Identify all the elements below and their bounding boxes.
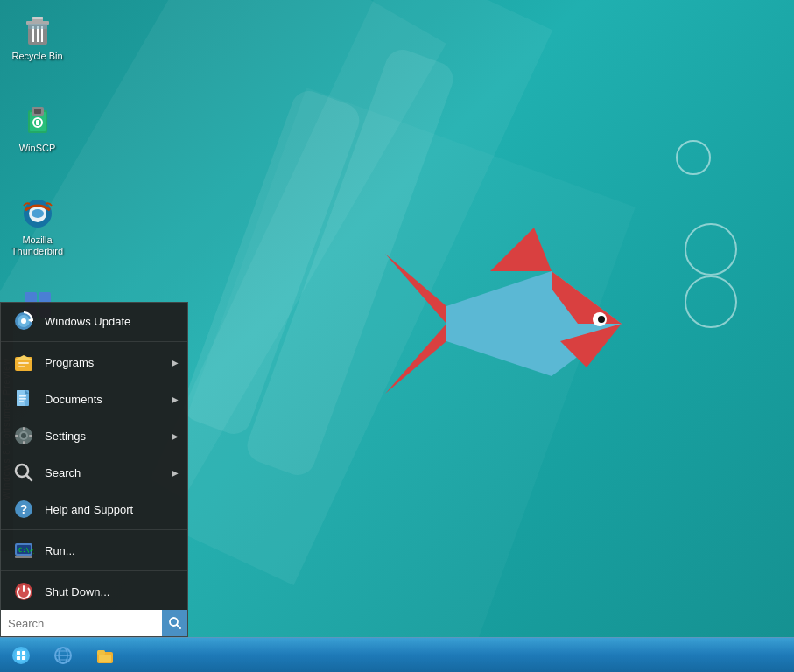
start-menu: Windows Update Programs ▶ <box>0 302 188 637</box>
svg-rect-41 <box>19 398 26 400</box>
winscp-label: WinSCP <box>19 143 56 154</box>
svg-line-51 <box>26 475 32 480</box>
help-icon: ? <box>11 497 36 522</box>
search-input[interactable] <box>1 612 162 635</box>
svg-text:C:\>_: C:\>_ <box>18 547 34 554</box>
thunderbird-icon <box>20 196 55 231</box>
svg-rect-15 <box>28 24 47 29</box>
svg-rect-68 <box>22 656 25 660</box>
search-button[interactable] <box>162 610 187 636</box>
windows-update-label: Windows Update <box>45 315 177 328</box>
documents-arrow: ▶ <box>172 395 179 404</box>
svg-rect-21 <box>36 120 39 125</box>
svg-point-64 <box>15 649 27 662</box>
documents-icon <box>11 387 36 411</box>
explorer-icon <box>95 646 115 665</box>
svg-point-45 <box>21 433 26 438</box>
explorer-button[interactable] <box>84 639 126 672</box>
separator-2 <box>1 529 187 530</box>
svg-rect-76 <box>99 654 111 662</box>
svg-rect-48 <box>15 435 18 437</box>
recycle-bin-label: Recycle Bin <box>11 51 62 62</box>
svg-point-24 <box>32 209 44 218</box>
recycle-bin-icon <box>20 12 55 47</box>
start-icon <box>11 646 31 665</box>
search-button-icon <box>169 617 181 629</box>
svg-line-62 <box>177 625 180 628</box>
svg-rect-65 <box>17 651 20 654</box>
programs-icon <box>11 350 36 374</box>
menu-item-documents[interactable]: Documents ▶ <box>1 381 187 417</box>
svg-rect-11 <box>32 17 43 19</box>
svg-point-7 <box>598 316 605 323</box>
winscp-icon <box>20 104 55 139</box>
settings-arrow: ▶ <box>172 431 179 441</box>
search-menu-icon <box>11 460 36 485</box>
menu-item-help[interactable]: ? Help and Support <box>1 491 187 528</box>
search-menu-label: Search <box>45 466 177 480</box>
svg-rect-35 <box>18 362 29 364</box>
svg-rect-47 <box>23 441 25 444</box>
menu-item-search[interactable]: Search ▶ <box>1 454 187 491</box>
menu-item-shutdown[interactable]: Shut Down... <box>1 573 187 610</box>
search-bar <box>1 610 187 636</box>
run-label: Run... <box>45 544 177 557</box>
svg-rect-36 <box>18 366 25 368</box>
thunderbird-label: Mozilla Thunderbird <box>8 234 67 257</box>
svg-rect-75 <box>97 650 105 654</box>
shutdown-icon <box>11 579 36 604</box>
settings-label: Settings <box>45 430 177 443</box>
separator-3 <box>1 570 187 571</box>
svg-rect-60 <box>23 585 25 592</box>
help-label: Help and Support <box>45 503 177 516</box>
menu-item-settings[interactable]: Settings ▶ <box>1 417 187 454</box>
svg-text:?: ? <box>20 502 28 516</box>
programs-label: Programs <box>45 356 177 369</box>
svg-marker-3 <box>490 228 552 271</box>
svg-point-31 <box>21 318 26 324</box>
svg-rect-56 <box>15 556 32 558</box>
deco-circle-1 <box>676 140 711 175</box>
menu-item-run[interactable]: C:\>_ Run... <box>1 532 187 569</box>
ie-icon <box>53 646 73 665</box>
menu-item-windows-update[interactable]: Windows Update <box>1 303 187 340</box>
start-button[interactable] <box>0 639 42 672</box>
taskbar <box>0 637 794 672</box>
svg-rect-66 <box>22 651 25 654</box>
programs-arrow: ▶ <box>172 358 179 368</box>
shutdown-label: Shut Down... <box>45 585 177 598</box>
ie-button[interactable] <box>42 639 84 672</box>
separator-1 <box>1 341 187 342</box>
desktop-icon-thunderbird[interactable]: Mozilla Thunderbird <box>4 192 70 261</box>
svg-rect-40 <box>19 396 26 397</box>
desktop-icon-winscp[interactable]: WinSCP <box>4 101 70 158</box>
svg-rect-19 <box>34 108 41 114</box>
documents-label: Documents <box>45 393 177 406</box>
search-arrow: ▶ <box>172 468 179 478</box>
fish-decoration <box>376 201 709 464</box>
svg-rect-42 <box>19 401 24 402</box>
run-icon: C:\>_ <box>11 538 36 563</box>
svg-marker-1 <box>385 254 446 324</box>
svg-rect-67 <box>17 656 20 660</box>
desktop: Windows 8 Consumer Preview Recycle Bin <box>0 0 794 672</box>
svg-rect-46 <box>23 427 25 430</box>
settings-icon <box>11 424 36 448</box>
windows-update-icon <box>11 309 36 333</box>
svg-rect-49 <box>29 435 32 437</box>
fish-svg <box>376 201 692 446</box>
menu-item-programs[interactable]: Programs ▶ <box>1 344 187 381</box>
svg-marker-2 <box>385 324 446 394</box>
desktop-icon-recycle-bin[interactable]: Recycle Bin <box>4 9 70 66</box>
